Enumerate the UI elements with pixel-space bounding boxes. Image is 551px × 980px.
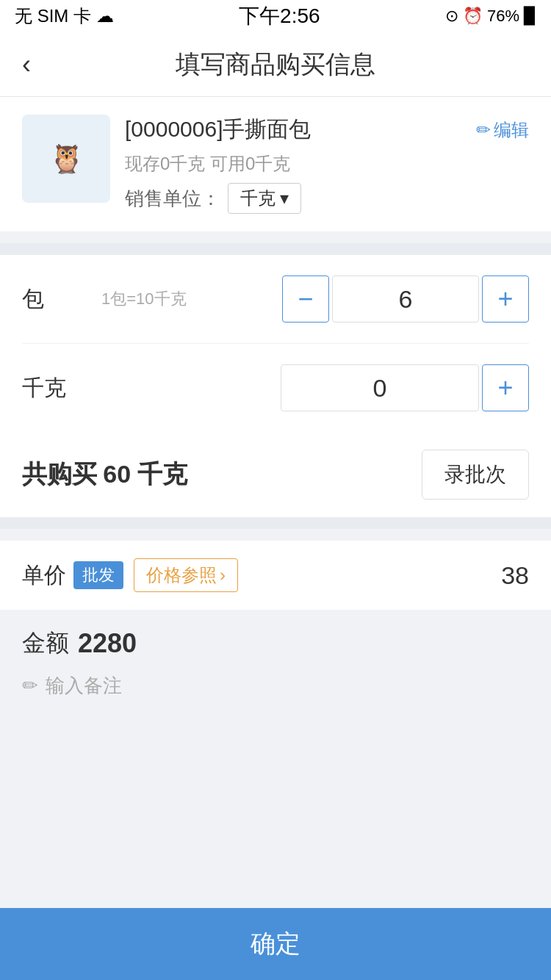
page-title: 填写商品购买信息 bbox=[176, 48, 375, 82]
chevron-right-icon: › bbox=[220, 565, 226, 586]
input-section: 包 1包=10千克 − + 千克 + bbox=[0, 255, 551, 432]
edit-button[interactable]: ✏ 编辑 bbox=[476, 118, 529, 142]
price-section: 单价 批发 价格参照 › 38 bbox=[0, 541, 551, 610]
amount-row: 金额 2280 bbox=[22, 627, 529, 660]
nav-bar: ‹ 填写商品购买信息 bbox=[0, 32, 551, 97]
product-name: [0000006]手撕面包 bbox=[125, 115, 311, 145]
amount-section: 金额 2280 ✏ 输入备注 bbox=[0, 610, 551, 710]
price-ref-button[interactable]: 价格参照 › bbox=[134, 558, 238, 592]
remark-row[interactable]: ✏ 输入备注 bbox=[22, 673, 529, 699]
back-button[interactable]: ‹ bbox=[22, 42, 38, 87]
pencil-icon: ✏ bbox=[22, 674, 38, 697]
product-unit-row: 销售单位： 千克 ▾ bbox=[125, 183, 529, 214]
pack-controls: − + bbox=[282, 275, 529, 323]
kg-input-row: 千克 + bbox=[22, 344, 529, 432]
battery-icon: ▉ bbox=[524, 7, 536, 26]
product-info: [0000006]手撕面包 ✏ 编辑 现存0千克 可用0千克 销售单位： 千克 … bbox=[125, 115, 529, 214]
total-amount: 60 bbox=[103, 460, 131, 488]
pack-sublabel: 1包=10千克 bbox=[101, 288, 187, 310]
battery-label: 76% bbox=[487, 7, 519, 26]
status-time: 下午2:56 bbox=[239, 2, 320, 30]
location-icon: ⊙ bbox=[445, 7, 458, 26]
edit-icon: ✏ bbox=[476, 120, 491, 140]
status-left: 无 SIM 卡 ☁ bbox=[15, 4, 114, 28]
remark-label: 输入备注 bbox=[46, 673, 122, 699]
product-card: 🦉 [0000006]手撕面包 ✏ 编辑 现存0千克 可用0千克 销售单位： 千… bbox=[0, 97, 551, 231]
product-stock: 现存0千克 可用0千克 bbox=[125, 152, 529, 176]
product-logo: 🦉 bbox=[49, 143, 84, 175]
unit-label: 销售单位： bbox=[125, 186, 220, 212]
product-image: 🦉 bbox=[22, 115, 110, 203]
section-divider-2 bbox=[0, 517, 551, 529]
unit-select[interactable]: 千克 ▾ bbox=[228, 183, 301, 214]
kg-label: 千克 bbox=[22, 373, 96, 403]
kg-plus-button[interactable]: + bbox=[482, 364, 529, 411]
price-type-tag: 批发 bbox=[73, 561, 123, 589]
section-divider-1 bbox=[0, 243, 551, 255]
empty-space bbox=[0, 710, 551, 931]
status-bar: 无 SIM 卡 ☁ 下午2:56 ⊙ ⏰ 76% ▉ bbox=[0, 0, 551, 32]
amount-label: 金额 bbox=[22, 627, 69, 660]
confirm-button[interactable]: 确定 bbox=[0, 908, 551, 980]
price-value: 38 bbox=[501, 561, 529, 590]
sim-label: 无 SIM 卡 ☁ bbox=[15, 4, 114, 28]
price-label: 单价 bbox=[22, 561, 66, 591]
pack-plus-button[interactable]: + bbox=[482, 275, 529, 323]
product-name-row: [0000006]手撕面包 ✏ 编辑 bbox=[125, 115, 529, 145]
pack-input-row: 包 1包=10千克 − + bbox=[22, 255, 529, 344]
pack-minus-button[interactable]: − bbox=[282, 275, 329, 323]
amount-value: 2280 bbox=[78, 628, 137, 659]
status-right: ⊙ ⏰ 76% ▉ bbox=[445, 7, 536, 26]
total-text: 共购买 60 千克 bbox=[22, 458, 187, 491]
kg-input[interactable] bbox=[281, 364, 479, 411]
pack-label: 包 bbox=[22, 284, 96, 314]
kg-controls: + bbox=[281, 364, 529, 411]
total-section: 共购买 60 千克 录批次 bbox=[0, 432, 551, 517]
chevron-down-icon: ▾ bbox=[280, 188, 289, 209]
batch-button[interactable]: 录批次 bbox=[422, 450, 529, 500]
pack-input[interactable] bbox=[332, 275, 479, 323]
alarm-icon: ⏰ bbox=[463, 7, 483, 26]
